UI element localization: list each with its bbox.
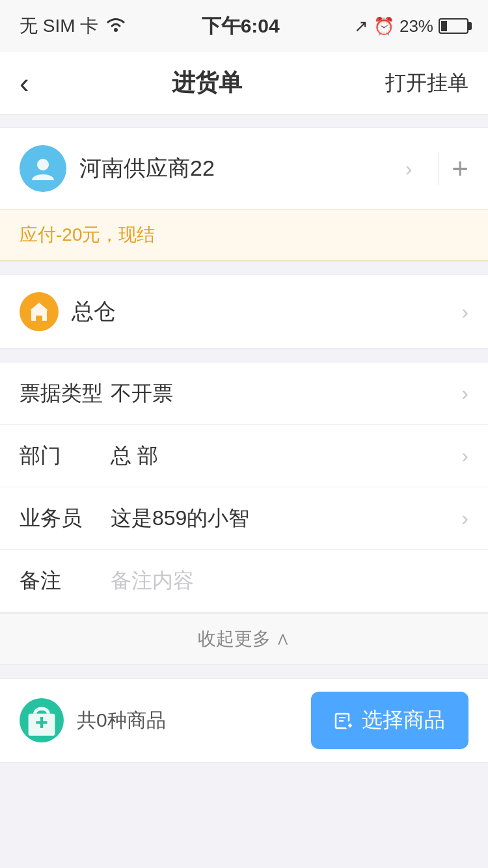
remark-input[interactable]: 备注内容 [111, 567, 468, 595]
product-icon [20, 698, 64, 742]
alarm-icon: ⏰ [373, 16, 394, 36]
status-icons: ↗ ⏰ 23% [354, 16, 468, 36]
warehouse-name: 总仓 [72, 297, 461, 327]
page-background [0, 763, 488, 868]
notice-bar: 应付-20元，现结 [0, 209, 488, 261]
sales-label: 业务员 [20, 504, 111, 533]
sales-row[interactable]: 业务员 这是859的小智 › [0, 487, 488, 550]
carrier-text: 无 SIM 卡 [20, 14, 98, 38]
battery-pct: 23% [400, 16, 433, 36]
invoice-value: 不开票 [111, 379, 461, 408]
warehouse-chevron-icon: › [461, 300, 468, 324]
product-count: 共0种商品 [77, 707, 311, 734]
status-carrier: 无 SIM 卡 [20, 14, 127, 38]
invoice-label: 票据类型 [20, 379, 111, 408]
page-title: 进货单 [172, 67, 242, 99]
form-section: 票据类型 不开票 › 部门 总 部 › 业务员 这是859的小智 › 备注 备注… [0, 362, 488, 613]
supplier-chevron-icon: › [405, 157, 413, 181]
nav-bar: ‹ 进货单 打开挂单 [0, 52, 488, 115]
remark-label: 备注 [20, 567, 111, 595]
dept-value: 总 部 [111, 442, 461, 470]
wifi-icon [105, 16, 127, 37]
svg-marker-3 [30, 303, 48, 310]
divider [438, 152, 439, 185]
add-button[interactable]: + [452, 152, 468, 185]
select-product-button[interactable]: 选择商品 [311, 692, 468, 749]
battery-icon [439, 18, 468, 34]
sales-value: 这是859的小智 [111, 504, 461, 533]
bottom-bar: 共0种商品 选择商品 [0, 678, 488, 763]
collapse-row[interactable]: 收起更多 ∧ [0, 613, 488, 665]
collapse-label: 收起更多 ∧ [198, 627, 291, 651]
select-product-label: 选择商品 [362, 706, 445, 735]
back-button[interactable]: ‹ [20, 69, 29, 98]
open-pending-button[interactable]: 打开挂单 [385, 69, 468, 98]
notice-text: 应付-20元，现结 [20, 224, 155, 245]
svg-rect-4 [36, 316, 42, 321]
supplier-section: 河南供应商22 › + 应付-20元，现结 [0, 128, 488, 262]
invoice-row[interactable]: 票据类型 不开票 › [0, 362, 488, 425]
dept-row[interactable]: 部门 总 部 › [0, 425, 488, 487]
status-time: 下午6:04 [202, 13, 280, 40]
svg-point-1 [37, 159, 49, 170]
status-bar: 无 SIM 卡 下午6:04 ↗ ⏰ 23% [0, 0, 488, 52]
supplier-avatar [20, 145, 66, 192]
dept-label: 部门 [20, 442, 111, 470]
svg-point-0 [114, 28, 118, 32]
location-icon: ↗ [354, 16, 368, 36]
warehouse-section[interactable]: 总仓 › [0, 275, 488, 349]
invoice-chevron-icon: › [461, 381, 468, 405]
sales-chevron-icon: › [461, 506, 468, 530]
dept-chevron-icon: › [461, 444, 468, 468]
warehouse-icon [20, 292, 59, 331]
supplier-row[interactable]: 河南供应商22 › + [0, 128, 488, 209]
gap-1 [0, 115, 488, 128]
remark-row[interactable]: 备注 备注内容 [0, 550, 488, 612]
supplier-name: 河南供应商22 [79, 154, 405, 183]
